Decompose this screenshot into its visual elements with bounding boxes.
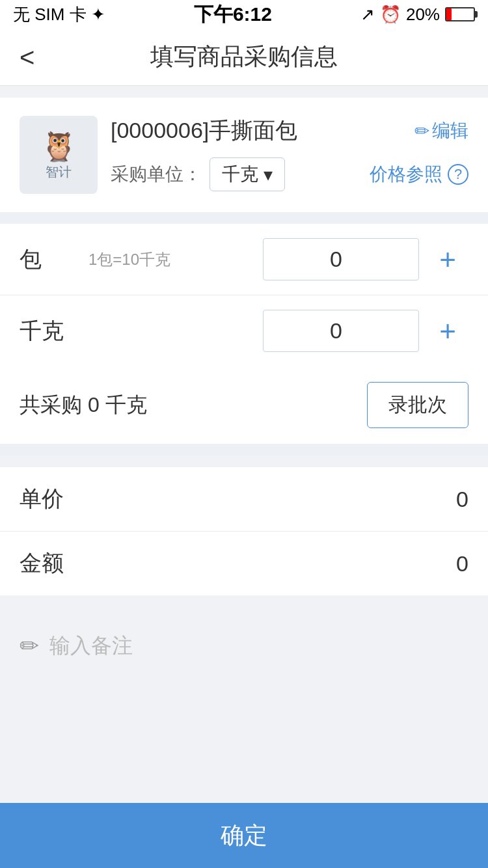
unit-label: 采购单位： [111,162,202,187]
summary-row: 共采购 0 千克 录批次 [0,366,488,444]
location-icon: ↗ [360,5,375,25]
notes-section[interactable]: ✏ 输入备注 [0,607,488,685]
section-separator-1 [0,212,488,224]
unit-price-row: 单价 0 [0,467,488,532]
pencil-icon: ✏ [20,632,39,660]
battery-fill [446,8,452,20]
price-section: 单价 0 金额 0 [0,467,488,595]
battery-icon [445,7,475,21]
edit-label[interactable]: 编辑 [432,118,468,143]
input-row-kg: 千克 + [0,295,488,366]
sim-signal: 无 SIM 卡 ✦ [13,3,105,26]
summary-text: 共采购 0 千克 [20,391,147,420]
amount-label: 金额 [20,549,64,578]
unit-price-label: 单价 [20,484,64,514]
edit-icon: ✏ [414,120,429,142]
input-section: 包 1包=10千克 + 千克 + [0,224,488,366]
input-row-pack: 包 1包=10千克 + [0,224,488,295]
notes-placeholder: 输入备注 [49,632,133,660]
unit-dropdown[interactable]: 千克 ▾ [210,157,285,191]
alarm-icon: ⏰ [380,5,401,25]
product-logo-text: 智计 [46,163,72,181]
batch-button[interactable]: 录批次 [367,382,468,428]
page-title: 填写商品采购信息 [150,41,338,73]
confirm-bar[interactable]: 确定 [0,803,488,868]
kg-plus-button[interactable]: + [427,310,468,352]
kg-input[interactable] [263,310,419,352]
amount-row: 金额 0 [0,532,488,595]
kg-input-wrap: + [85,310,468,352]
dropdown-arrow-icon: ▾ [264,164,273,185]
purchase-unit-row: 采购单位： 千克 ▾ 价格参照 ? [111,157,468,191]
pack-plus-button[interactable]: + [427,239,468,280]
back-button[interactable]: < [20,44,34,70]
unit-value: 千克 [222,162,258,187]
kg-label: 千克 [20,316,72,346]
nav-bar: < 填写商品采购信息 [0,29,488,86]
product-info: [0000006]手撕面包 ✏ 编辑 采购单位： 千克 ▾ 价格参照 ? [111,116,468,191]
confirm-label[interactable]: 确定 [221,820,267,852]
status-time: 下午6:12 [194,1,272,28]
unit-selector-area: 采购单位： 千克 ▾ [111,157,285,191]
status-left: 无 SIM 卡 ✦ [13,3,105,26]
price-reference-link[interactable]: 价格参照 ? [370,162,468,187]
product-thumbnail: 🦉 智计 [20,116,98,194]
pack-sublabel: 1包=10千克 [88,249,170,270]
pack-label: 包 [20,245,72,275]
amount-value: 0 [456,551,468,576]
price-ref-label[interactable]: 价格参照 [370,162,442,187]
pack-input-wrap: + [183,238,468,280]
pack-input[interactable] [263,238,419,280]
unit-price-value: 0 [456,487,468,512]
product-card: 🦉 智计 [0000006]手撕面包 ✏ 编辑 采购单位： 千克 ▾ 价格参照 … [0,98,488,212]
battery-percent: 20% [406,5,440,25]
edit-link[interactable]: ✏ 编辑 [414,118,468,143]
product-logo-icon: 🦉 [41,129,77,163]
status-bar: 无 SIM 卡 ✦ 下午6:12 ↗ ⏰ 20% [0,0,488,29]
status-right: ↗ ⏰ 20% [360,5,475,25]
help-icon[interactable]: ? [448,164,468,185]
product-name-row: [0000006]手撕面包 ✏ 编辑 [111,116,468,146]
product-name: [0000006]手撕面包 [111,116,297,146]
section-separator-2 [0,444,488,455]
